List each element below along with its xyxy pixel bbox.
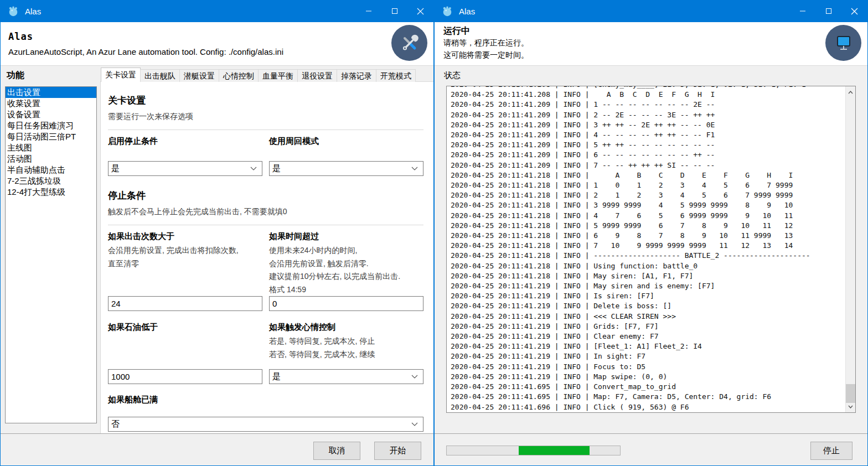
sidebar-item[interactable]: 每日任务困难演习 [6,120,96,131]
screen: Alas Alas AzurLaneAutoScript, An Azur La… [0,0,868,466]
function-listbox[interactable]: 出击设置收菜设置设备设置每日任务困难演习每日活动图三倍PT主线图活动图半自动辅助… [5,86,97,423]
log-line: 2020-04-25 20:11:41.209 | INFO | 4 -- --… [451,130,810,140]
tab[interactable]: 心情控制 [219,69,259,82]
maximize-button[interactable] [381,0,407,22]
settings-tabbar[interactable]: 关卡设置出击舰队潜艇设置心情控制血量平衡退役设置掉落记录开荒模式 [101,68,416,82]
section-desc: 需要运行一次来保存选项 [108,112,423,122]
tab[interactable]: 出击舰队 [140,69,180,82]
tab-page-stage-settings: 关卡设置 需要运行一次来保存选项 启用停止条件 是 使用周回模式 是 [100,81,434,433]
field-desc: 格式 14:59 [269,283,423,297]
tab[interactable]: 血量平衡 [258,69,298,82]
maximize-icon [825,8,832,14]
tab[interactable]: 退役设置 [297,69,337,82]
sidebar-item[interactable]: 每日活动图三倍PT [6,131,96,142]
if-dock-full-select[interactable]: 否 [108,417,423,432]
close-button[interactable] [407,0,433,22]
maximize-icon [391,8,398,14]
if-count-input[interactable] [108,296,262,311]
log-line: 2020-04-25 20:11:41.219 | INFO | Clear e… [451,332,810,341]
minimize-icon [365,8,372,14]
running-window: Alas 运行中 请稍等，程序正在运行。 这可能将需要一定时间。 [434,0,868,466]
log-output[interactable]: 2020-04-25 20:11:41.208 | INFO | [enemy_… [446,86,856,413]
log-line: 2020-04-25 20:11:41.219 | INFO | <<< CLE… [451,312,810,322]
minimize-button[interactable] [355,0,381,22]
sidebar-item[interactable]: 设备设置 [6,109,96,120]
tab[interactable]: 掉落记录 [337,69,376,82]
log-line: 2020-04-25 20:11:41.209 | INFO | 7 -- --… [451,160,810,170]
sidebar-item[interactable]: 活动图 [6,153,96,164]
run-header: 运行中 请稍等，程序正在运行。 这可能将需要一定时间。 [435,22,867,66]
if-emotion-select[interactable]: 是 [269,369,423,384]
chevron-down-icon [250,167,257,170]
tab[interactable]: 关卡设置 [101,68,141,82]
sidebar-item[interactable]: 12-4打大型练级 [6,187,96,198]
field-label: 如果石油低于 [108,322,262,333]
app-title: Alas [8,31,33,42]
field-desc: 建议提前10分钟左右, 以完成当前出击. [269,270,423,283]
field-label: 如果时间超过 [269,231,423,242]
window-controls [355,0,433,22]
sidebar-item[interactable]: 出击设置 [6,87,96,98]
scroll-down-button[interactable] [846,402,855,411]
cancel-button[interactable]: 取消 [313,442,360,460]
log-line: 2020-04-25 20:11:41.208 | INFO | [enemy_… [451,86,810,90]
chevron-up-icon [848,91,853,94]
log-line: 2020-04-25 20:11:41.218 | INFO | 6 9 8 7… [451,231,810,241]
function-list-label: 功能 [7,70,24,81]
sidebar-item[interactable]: 7-2三战拣垃圾 [6,175,96,187]
field-desc: 若是, 等待回复, 完成本次, 停止 [269,335,423,348]
selected-value: 是 [111,163,120,174]
close-icon [417,8,424,15]
maximize-button[interactable] [815,0,841,22]
log-scrollbar[interactable] [845,86,855,412]
field-if-oil: 如果石油低于 [108,322,262,384]
log-line: 2020-04-25 20:11:41.218 | INFO | Using f… [451,261,810,271]
settings-form: 关卡设置 需要运行一次来保存选项 启用停止条件 是 使用周回模式 是 [101,82,433,432]
stop-button[interactable]: 停止 [810,442,852,460]
log-line: 2020-04-25 20:11:41.695 | INFO | Map: F7… [451,392,810,402]
form-row: 启用停止条件 是 使用周回模式 是 [108,136,423,176]
log-line: 2020-04-25 20:11:41.209 | INFO | 5 ++ ++… [451,140,810,150]
footer-divider [435,433,867,434]
window-title: Alas [459,7,475,16]
field-label-dock-full: 如果船舱已满 [108,395,423,405]
tab[interactable]: 潜艇设置 [179,69,219,82]
tab[interactable]: 开荒模式 [376,69,416,82]
field-desc: 会沿用先前设置, 完成出击将扣除次数, [108,244,262,257]
app-header: Alas AzurLaneAutoScript, An Azur Lane au… [1,22,433,66]
log-line: 2020-04-25 20:11:41.219 | INFO | Is sire… [451,291,810,301]
sidebar-item[interactable]: 收菜设置 [6,98,96,109]
app-subtitle: AzurLaneAutoScript, An Azur Lane automat… [8,47,283,56]
log-line: 2020-04-25 20:11:41.219 | INFO | In sigh… [451,351,810,361]
log-line: 2020-04-25 20:11:41.218 | INFO | May sir… [451,271,810,281]
selected-value: 是 [272,371,281,382]
log-line: 2020-04-25 20:11:41.218 | INFO | 1 0 1 2… [451,180,810,190]
log-line: 2020-04-25 20:11:41.695 | INFO | Convert… [451,382,810,392]
minimize-icon [799,8,806,14]
minimize-button[interactable] [789,0,815,22]
loop-mode-select[interactable]: 是 [269,161,423,176]
chevron-down-icon [411,167,418,170]
log-line: 2020-04-25 20:11:41.209 | INFO | 2 -- 2E… [451,110,810,120]
chevron-down-icon [411,422,418,426]
start-button[interactable]: 开始 [374,442,421,460]
close-button[interactable] [841,0,867,22]
scroll-up-button[interactable] [846,87,855,97]
sidebar-item[interactable]: 主线图 [6,142,96,153]
log-line: 2020-04-25 20:11:41.218 | INFO | A B C D… [451,170,810,180]
log-line: 2020-04-25 20:11:41.208 | INFO | A B C D… [451,90,810,100]
titlebar[interactable]: Alas [435,0,867,22]
enable-stop-select[interactable]: 是 [108,161,262,176]
running-badge [825,25,861,61]
alas-logo-icon [7,5,19,17]
scrollbar-thumb[interactable] [846,384,855,403]
if-time-input[interactable] [269,296,423,311]
titlebar[interactable]: Alas [1,0,433,22]
sidebar-item[interactable]: 半自动辅助点击 [6,164,96,175]
window-controls [789,0,867,22]
if-oil-input[interactable] [108,369,262,384]
section-title: 关卡设置 [108,94,423,107]
log-line: 2020-04-25 20:11:41.209 | INFO | 6 -- --… [451,150,810,160]
log-line: 2020-04-25 20:11:41.219 | INFO | Delete … [451,301,810,311]
form-row: 如果石油低于 如果触发心情控制 若是, 等待回复, 完成本次, 停止 若否, 等… [108,322,423,384]
